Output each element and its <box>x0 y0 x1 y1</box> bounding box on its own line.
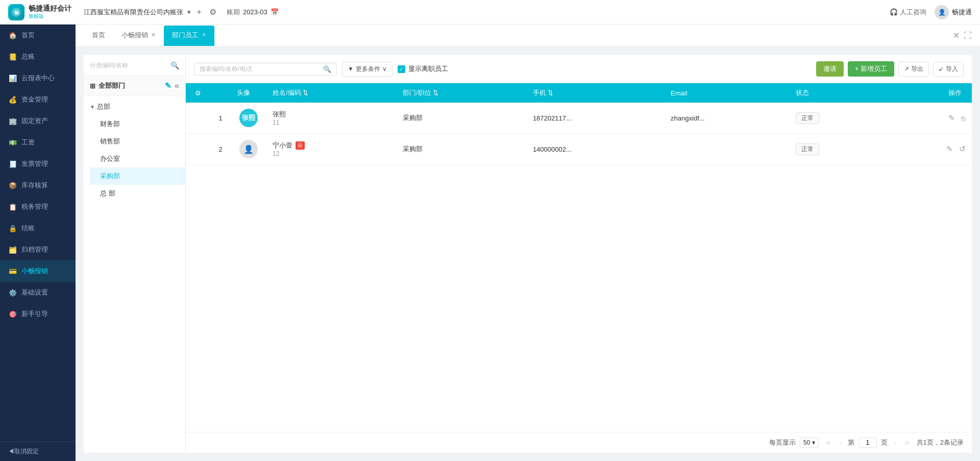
page-last-button[interactable]: ⊳ <box>902 438 913 448</box>
dept-item-general[interactable]: 总 部 <box>90 185 185 202</box>
tab-home[interactable]: 首页 <box>84 26 113 46</box>
page-label: 第 <box>848 438 854 447</box>
dept-parent-label: 总部 <box>97 102 110 111</box>
tab-dept-emp-close-icon[interactable]: ✕ <box>202 32 206 38</box>
dept-emp-panel: 🔍 ⊞ 全部部门 ✎ « ▼ 总部 <box>84 55 972 453</box>
settings-icon: ⚙️ <box>8 288 17 297</box>
dept-collapse-button[interactable]: « <box>175 81 179 90</box>
th-name-code[interactable]: 姓名/编码 ⇅ <box>266 83 397 103</box>
sidebar-label-invoice: 发票管理 <box>21 159 48 168</box>
dept-grid-icon: ⊞ <box>90 82 95 90</box>
page-total-info: 共1页，2条记录 <box>917 438 964 447</box>
invite-button[interactable]: 邀请 <box>816 61 844 77</box>
import-button[interactable]: ↙ 导入 <box>933 62 964 77</box>
emp-table-wrap: ⚙ 头像 姓名/编码 ⇅ 部门/职位 ⇅ <box>186 83 972 432</box>
company-name: 江西服宝精品有限责任公司内账张 <box>84 8 183 17</box>
dept-search-input[interactable] <box>90 62 170 69</box>
funds-icon: 💰 <box>8 95 17 104</box>
row1-name-code: 张熙 11 <box>266 103 397 134</box>
period-area: 账期 2023-03 📅 <box>227 8 279 17</box>
sidebar-item-invoice[interactable]: 🧾 发票管理 <box>0 153 76 175</box>
sidebar-item-payroll[interactable]: 💵 工资 <box>0 132 76 153</box>
row2-settings-cell <box>186 134 210 165</box>
tax-icon: 📋 <box>8 202 17 211</box>
filter-button[interactable]: ▼ 更多条件 ∨ <box>342 62 393 77</box>
table-row: 1 张熙 张熙 11 <box>186 103 972 134</box>
sidebar-item-tax[interactable]: 📋 税务管理 <box>0 196 76 217</box>
service-button[interactable]: 🎧 人工咨询 <box>890 8 926 17</box>
sidebar-item-inventory[interactable]: 📦 库存核算 <box>0 175 76 196</box>
th-settings[interactable]: ⚙ <box>186 83 210 103</box>
toolbar-right: 邀请 + 新增员工 ↗ 导出 ↙ 导入 <box>816 61 964 77</box>
row1-code: 11 <box>273 119 390 126</box>
sidebar-item-settings[interactable]: ⚙️ 基础设置 <box>0 282 76 303</box>
tab-dept-emp[interactable]: 部门员工 ✕ <box>164 26 214 46</box>
add-company-button[interactable]: ＋ <box>195 7 203 17</box>
table-row: 2 👤 宁小壹 应 <box>186 134 972 165</box>
th-dept-pos[interactable]: 部门/职位 ⇅ <box>397 83 527 103</box>
company-settings-icon[interactable]: ⚙ <box>209 7 216 17</box>
th-phone[interactable]: 手机 ⇅ <box>527 83 665 103</box>
sidebar-label-guide: 新手引导 <box>21 309 48 319</box>
expand-window-button[interactable]: ⛶ <box>964 31 972 40</box>
home-icon: 🏠 <box>8 31 17 40</box>
calendar-icon[interactable]: 📅 <box>271 8 279 16</box>
sidebar-item-home[interactable]: 🏠 首页 <box>0 25 76 46</box>
row2-edit-icon[interactable]: ✎ <box>946 144 953 154</box>
add-employee-button[interactable]: + 新增员工 <box>848 61 894 77</box>
row2-refresh-icon[interactable]: ↺ <box>959 144 966 154</box>
emp-search-input[interactable] <box>200 65 320 72</box>
row2-phone: 140000002... <box>527 134 665 165</box>
page-next-button[interactable]: › <box>892 438 898 448</box>
sidebar-item-guide[interactable]: 🎯 新手引导 <box>0 303 76 325</box>
sidebar-item-expense[interactable]: 💳 小畅报销 <box>0 260 76 282</box>
cancel-fixed-label: ◀取消固定 <box>8 447 39 456</box>
tab-expense-close-icon[interactable]: ✕ <box>151 32 156 38</box>
filter-label: 更多条件 <box>356 65 380 74</box>
row1-status: 正常 <box>790 103 886 134</box>
dept-item-purchase[interactable]: 采购部 <box>90 167 185 185</box>
row1-edit-icon[interactable]: ✎ <box>948 113 955 123</box>
filter-icon: ▼ <box>348 65 354 72</box>
sidebar-item-assets[interactable]: 🏢 固定资产 <box>0 110 76 132</box>
pagination-bar: 每页显示 50 ▾ ⊲ ‹ 第 页 › ⊳ 共1页，2条记录 <box>186 432 972 453</box>
page-size-select[interactable]: 50 ▾ <box>800 438 819 448</box>
page-first-button[interactable]: ⊲ <box>823 438 833 448</box>
dept-edit-button[interactable]: ✎ <box>165 81 172 90</box>
emp-table: ⚙ 头像 姓名/编码 ⇅ 部门/职位 ⇅ <box>186 83 972 165</box>
logo-area: 畅 畅捷通好会计 旗舰版 <box>8 4 84 20</box>
row2-email <box>665 134 790 165</box>
sidebar-item-ledger[interactable]: 📒 总账 <box>0 46 76 67</box>
dept-item-finance[interactable]: 财务部 <box>90 115 185 133</box>
row2-name: 宁小壹 <box>273 141 292 150</box>
tab-expense[interactable]: 小畅报销 ✕ <box>113 26 164 46</box>
sidebar-label-home: 首页 <box>21 31 35 40</box>
sidebar-item-close[interactable]: 🔒 结账 <box>0 217 76 239</box>
row1-logout-icon[interactable]: ⎋ <box>961 114 966 123</box>
export-icon: ↗ <box>904 65 909 72</box>
expand-arrow-icon: ▼ <box>90 104 95 110</box>
page-number-input[interactable] <box>859 438 877 448</box>
cancel-fixed-button[interactable]: ◀取消固定 <box>0 442 76 461</box>
avatar: 👤 <box>935 5 949 19</box>
sidebar-item-reports[interactable]: 📊 云报表中心 <box>0 67 76 89</box>
dept-tree-parent-headquarters[interactable]: ▼ 总部 <box>84 98 185 115</box>
row2-num: 2 <box>210 134 231 165</box>
company-dropdown-icon[interactable]: ▾ <box>187 8 191 16</box>
emp-search-icon[interactable]: 🔍 <box>323 65 331 73</box>
filter-arrow-icon: ∨ <box>382 65 387 72</box>
sidebar-label-expense: 小畅报销 <box>21 266 48 276</box>
page-prev-button[interactable]: ‹ <box>837 438 844 448</box>
close-window-button[interactable]: ✕ <box>953 31 960 40</box>
user-area[interactable]: 👤 畅捷通 <box>935 5 972 19</box>
sidebar-item-archive[interactable]: 🗂️ 归档管理 <box>0 239 76 260</box>
dept-all-header[interactable]: ⊞ 全部部门 ✎ « <box>84 76 185 96</box>
row2-status: 正常 <box>790 134 886 165</box>
dept-item-sales[interactable]: 销售部 <box>90 133 185 150</box>
show-resigned-checkbox[interactable]: ✓ <box>398 65 405 73</box>
export-button[interactable]: ↗ 导出 <box>898 62 929 77</box>
dept-search-icon[interactable]: 🔍 <box>170 61 179 69</box>
sidebar-label-payroll: 工资 <box>21 138 35 147</box>
sidebar-item-funds[interactable]: 💰 资金管理 <box>0 89 76 110</box>
dept-item-office[interactable]: 办公室 <box>90 150 185 167</box>
